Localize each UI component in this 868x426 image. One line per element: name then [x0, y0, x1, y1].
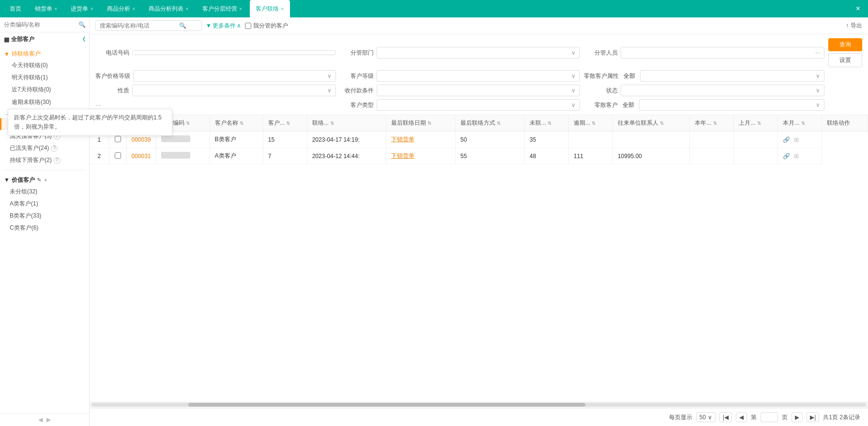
more-conditions-btn[interactable]: ▼ 更多条件 ∧: [206, 22, 241, 30]
nav-tab-sales[interactable]: 销货单 ×: [29, 0, 63, 17]
sidebar-search-icon[interactable]: 🔍: [78, 21, 86, 28]
last-month-sort-icon[interactable]: ⇅: [757, 120, 761, 126]
close-icon[interactable]: ×: [90, 6, 93, 12]
gender-select[interactable]: ∨: [132, 85, 336, 96]
nav-tab-analysis[interactable]: 商品分析 ×: [101, 0, 141, 17]
lost-label: 已流失客户(24): [10, 144, 49, 153]
sidebar-item-today[interactable]: 今天待联络(0): [4, 59, 85, 72]
row2-overdue: 48: [525, 148, 569, 164]
company-sort-icon[interactable]: ⇅: [660, 120, 664, 126]
sidebar-item-tomorrow[interactable]: 明天待联络(1): [4, 72, 85, 84]
contact-count-sort-icon[interactable]: ⇅: [330, 120, 334, 126]
filter-customer-level: 客户等级 ∨: [340, 70, 580, 82]
scroll-right-btn[interactable]: ▶: [46, 416, 51, 423]
horizontal-scrollbar[interactable]: [90, 401, 868, 408]
close-icon[interactable]: ×: [132, 6, 135, 12]
this-year-sort-icon[interactable]: ⇅: [713, 120, 717, 126]
close-icon[interactable]: ×: [239, 6, 242, 12]
customer-level-select[interactable]: ∨: [377, 70, 580, 82]
close-icon[interactable]: ×: [54, 6, 57, 12]
sidebar-item-class-b[interactable]: B类客户(33): [0, 210, 89, 222]
filter-search-icon[interactable]: 🔍: [179, 22, 186, 29]
sidebar-item-declining[interactable]: 持续下滑客户(2) ?: [0, 154, 89, 166]
date-sort-icon[interactable]: ⇅: [427, 120, 431, 126]
method-sort-icon[interactable]: ⇅: [497, 120, 501, 126]
name-sort-icon[interactable]: ⇅: [240, 120, 244, 126]
customer-type-select[interactable]: ∨: [377, 99, 580, 111]
lost-help-icon[interactable]: ?: [51, 145, 58, 152]
nav-tab-customer-tier[interactable]: 客户分层经营 ×: [197, 0, 248, 17]
my-customers-checkbox[interactable]: [245, 23, 251, 29]
this-month-sort-icon[interactable]: ⇅: [801, 120, 805, 126]
close-icon[interactable]: ×: [185, 6, 188, 12]
row1-grid-icon[interactable]: ⊞: [794, 136, 799, 143]
col-header-last-contact-method: 最后联络方式 ⇅: [455, 115, 524, 132]
row1-link-icon[interactable]: 🔗: [783, 136, 790, 143]
window-close-button[interactable]: ×: [852, 4, 864, 13]
declining-help-icon[interactable]: ?: [54, 157, 61, 164]
row2-method-link[interactable]: 下销货单: [391, 152, 414, 159]
person-select[interactable]: ···: [621, 47, 824, 59]
row2-code[interactable]: 000031: [126, 148, 156, 164]
more-dots-btn[interactable]: ···: [95, 101, 101, 109]
sidebar-item-class-a[interactable]: A类客户(1): [0, 198, 89, 210]
per-page-value: 50: [700, 414, 706, 421]
caret-icon: ∧: [237, 22, 241, 29]
nav-tab-customer-contact[interactable]: 客户联络 ×: [250, 0, 289, 17]
sidebar-item-overdue[interactable]: 逾期未联络(30): [4, 96, 85, 108]
price-level-select[interactable]: ∨: [133, 70, 336, 82]
dept-label: 分管部门: [340, 49, 374, 57]
nav-tab-purchase[interactable]: 进货单 ×: [65, 0, 99, 17]
row1-last-method[interactable]: 下销货单: [386, 132, 455, 148]
export-button[interactable]: ↑ 导出: [846, 22, 862, 30]
status-select[interactable]: ∨: [621, 85, 824, 96]
query-button[interactable]: 查询: [828, 38, 862, 51]
row2-check[interactable]: [109, 148, 126, 164]
all-customers-label: 全部客户: [11, 35, 34, 44]
nav-tab-analysis-list[interactable]: 商品分析列表 ×: [143, 0, 194, 17]
first-page-btn[interactable]: |◀: [719, 412, 732, 422]
sidebar-pending-title[interactable]: ▼ 待联络客户: [4, 48, 85, 59]
sidebar-all-customers[interactable]: ▦ 全部客户 《: [0, 32, 89, 46]
row2-last-date: 2023-04-12 14:44:: [307, 148, 386, 164]
prev-page-btn[interactable]: ◀: [736, 412, 747, 422]
last-page-btn[interactable]: ▶|: [807, 412, 819, 422]
filter-gender: 性质 ∨: [95, 85, 336, 96]
payment-select[interactable]: ∨: [377, 85, 580, 96]
page-number-input[interactable]: 1: [761, 412, 778, 422]
scroll-thumb[interactable]: [188, 403, 585, 407]
sidebar-search-input[interactable]: [4, 21, 76, 28]
zero-customer-select[interactable]: ∨: [640, 70, 824, 82]
nav-tab-home[interactable]: 首页: [4, 0, 27, 17]
row2-last-method[interactable]: 下销货单: [386, 148, 455, 164]
zero-customer-right-select[interactable]: ∨: [639, 99, 824, 111]
row2-checkbox[interactable]: [115, 152, 121, 159]
col-header-company-contact: 往来单位联系人 ⇅: [612, 115, 689, 132]
sidebar-item-lost[interactable]: 已流失客户(24) ?: [0, 142, 89, 154]
row1-checkbox[interactable]: [115, 136, 121, 142]
dept-select[interactable]: ∨: [377, 47, 580, 59]
scroll-left-btn[interactable]: ◀: [38, 416, 43, 423]
code-sort-icon[interactable]: ⇅: [186, 120, 190, 126]
per-page-select[interactable]: 50 ∨: [696, 412, 716, 422]
advanced-filters: 电话号码 分管部门 ∨ 分管人员 ···: [90, 34, 868, 115]
row2-grid-icon[interactable]: ⊞: [794, 153, 799, 160]
col-header-this-year: 本年... ⇅: [690, 115, 734, 132]
overdue-sort-icon[interactable]: ⇅: [592, 120, 595, 126]
row1-method-link[interactable]: 下销货单: [391, 136, 414, 143]
setting-button[interactable]: 设置: [828, 53, 862, 67]
my-customers-checkbox-area[interactable]: 我分管的客户: [245, 22, 288, 30]
sidebar-item-7days[interactable]: 近7天待联络(0): [4, 84, 85, 96]
collapse-icon[interactable]: 《: [80, 36, 85, 43]
row2-link-icon[interactable]: 🔗: [783, 153, 790, 160]
type-sort-icon[interactable]: ⇅: [286, 120, 290, 126]
unpaid-sort-icon[interactable]: ⇅: [548, 120, 551, 126]
close-icon[interactable]: ×: [281, 6, 284, 12]
edit-icon[interactable]: ✎: [37, 177, 41, 183]
next-page-btn[interactable]: ▶: [792, 412, 803, 422]
sidebar-item-class-c[interactable]: C类客户(6): [0, 222, 89, 234]
sidebar-item-ungrouped[interactable]: 未分组(32): [0, 186, 89, 198]
add-icon[interactable]: +: [44, 177, 47, 183]
filter-search-input[interactable]: [100, 22, 177, 29]
phone-input[interactable]: [132, 50, 336, 55]
